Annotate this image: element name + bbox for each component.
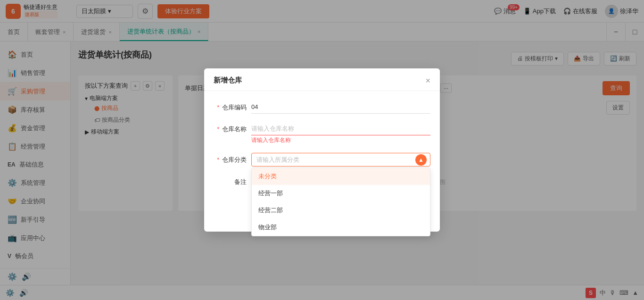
category-option-dept1[interactable]: 经营一部 [252, 185, 430, 202]
warehouse-name-input[interactable] [251, 122, 430, 135]
warehouse-name-error: 请输入仓库名称 [251, 136, 430, 144]
modal-title: 新增仓库 [214, 76, 242, 85]
category-arrow-button[interactable]: ▲ [415, 154, 427, 166]
category-option-dept2[interactable]: 经营二部 [252, 202, 430, 219]
modal-body: * 仓库编码 * 仓库名称 请输入仓库名称 [204, 91, 440, 204]
modal-close-button[interactable]: × [425, 76, 430, 85]
modal-overlay: 新增仓库 × * 仓库编码 * 仓库名称 [0, 0, 644, 300]
category-option-uncategorized[interactable]: 未分类 [252, 168, 430, 185]
warehouse-category-label: * 仓库分类 [214, 153, 251, 164]
modal-header: 新增仓库 × [204, 68, 440, 91]
warehouse-category-row: * 仓库分类 ▲ 未分类 经营一部 经营二部 物业部 [214, 153, 430, 167]
warehouse-category-input-wrap: ▲ 未分类 经营一部 经营二部 物业部 [251, 153, 430, 167]
warehouse-code-row: * 仓库编码 [214, 100, 430, 114]
warehouse-name-row: * 仓库名称 请输入仓库名称 [214, 122, 430, 144]
add-warehouse-modal: 新增仓库 × * 仓库编码 * 仓库名称 [204, 68, 440, 232]
warehouse-category-input[interactable] [251, 153, 430, 167]
required-mark: * [217, 104, 219, 111]
required-mark-3: * [217, 156, 219, 163]
category-option-property[interactable]: 物业部 [252, 219, 430, 236]
warehouse-code-input[interactable] [251, 100, 430, 114]
warehouse-code-input-wrap [251, 100, 430, 114]
required-mark-2: * [217, 125, 219, 133]
warehouse-remark-label: 备注 [214, 175, 251, 186]
warehouse-code-label: * 仓库编码 [214, 100, 251, 112]
warehouse-name-input-wrap: 请输入仓库名称 [251, 122, 430, 144]
category-dropdown: 未分类 经营一部 经营二部 物业部 [251, 167, 430, 236]
warehouse-name-label: * 仓库名称 [214, 122, 251, 133]
